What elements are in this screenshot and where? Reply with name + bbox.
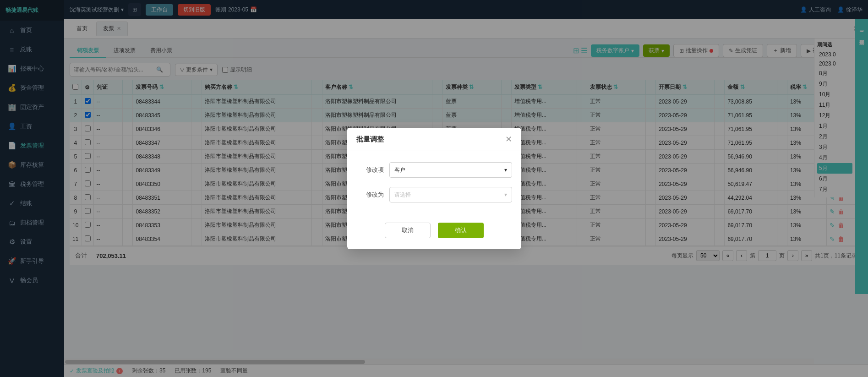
form-label-value: 修改为 [356,191,384,199]
modal-confirm-btn[interactable]: 确认 [438,223,484,238]
chevron-down-icon: ▾ [504,167,507,173]
modal-close-btn[interactable]: ✕ [505,134,512,144]
field-select[interactable]: 客户 ▾ [389,162,512,178]
form-row-field: 修改项 客户 ▾ [356,162,512,178]
modal-header: 批量调整 ✕ [347,128,521,151]
chevron-down-icon-2: ▾ [504,191,507,198]
value-select[interactable]: 请选择 ▾ [389,187,512,202]
form-row-value: 修改为 请选择 ▾ [356,187,512,202]
modal-cancel-btn[interactable]: 取消 [385,223,431,238]
modal-footer: 取消 确认 [347,223,521,249]
form-label-field: 修改项 [356,166,384,174]
batch-adjust-modal: 批量调整 ✕ 修改项 客户 ▾ 修改为 请选择 ▾ 取消 确认 [347,128,521,249]
modal-overlay[interactable]: 批量调整 ✕ 修改项 客户 ▾ 修改为 请选择 ▾ 取消 确认 [0,0,868,377]
modal-body: 修改项 客户 ▾ 修改为 请选择 ▾ [347,151,521,223]
modal-title: 批量调整 [356,135,384,144]
